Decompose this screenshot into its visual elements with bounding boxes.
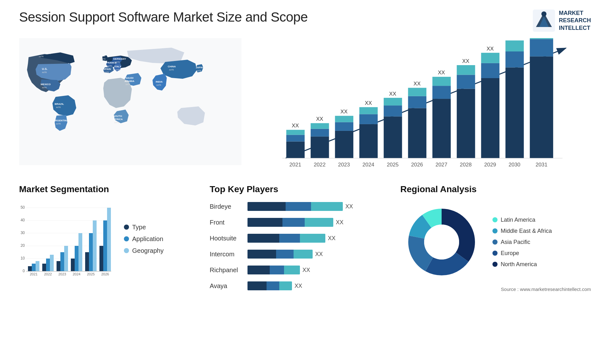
svg-text:XX: XX — [389, 91, 396, 97]
legend-type-label: Type — [132, 224, 146, 231]
dot-middle-east — [492, 228, 498, 233]
svg-text:2021: 2021 — [289, 162, 301, 168]
legend-type: Type — [124, 224, 164, 231]
svg-text:MEXICO: MEXICO — [41, 83, 51, 86]
svg-text:xx%: xx% — [196, 69, 201, 72]
svg-text:XX: XX — [365, 100, 372, 106]
svg-rect-54 — [359, 124, 378, 158]
svg-text:2021: 2021 — [30, 272, 37, 276]
svg-text:2030: 2030 — [509, 162, 520, 168]
svg-rect-81 — [481, 53, 499, 63]
svg-text:CANADA: CANADA — [38, 51, 51, 55]
svg-text:XX: XX — [414, 81, 421, 87]
svg-text:30: 30 — [21, 231, 25, 235]
top-section: CANADA xx% U.S. xx% MEXICO xx% BRAZIL xx… — [19, 38, 591, 172]
dot-north-america — [492, 262, 498, 267]
players-bars: XX XX — [247, 201, 388, 292]
svg-text:2025: 2025 — [87, 272, 95, 276]
player-hootsuite: Hootsuite — [210, 233, 238, 244]
segmentation-title: Market Segmentation — [19, 184, 197, 194]
players-names: Birdeye Front Hootsuite Intercom Richpan… — [210, 201, 238, 292]
segmentation-chart: 0 10 20 30 40 50 — [19, 201, 114, 277]
svg-text:2023: 2023 — [58, 272, 66, 276]
label-europe: Europe — [501, 250, 519, 257]
bar-avaya: XX — [247, 280, 388, 292]
label-middle-east: Middle East & Africa — [501, 228, 552, 234]
svg-rect-86 — [505, 41, 524, 52]
svg-text:50: 50 — [21, 205, 25, 210]
svg-rect-75 — [457, 75, 475, 89]
svg-text:2024: 2024 — [363, 162, 374, 168]
svg-text:XX: XX — [316, 116, 323, 122]
svg-rect-45 — [311, 129, 329, 137]
svg-text:2027: 2027 — [436, 162, 447, 168]
svg-rect-40 — [286, 135, 305, 142]
svg-rect-80 — [481, 63, 499, 78]
legend-application-dot — [124, 236, 129, 241]
svg-text:xx%: xx% — [114, 121, 119, 124]
page-title: Session Support Software Market Size and… — [19, 10, 308, 25]
bar-intercom: XX — [247, 248, 388, 260]
svg-rect-49 — [335, 131, 353, 158]
svg-text:U.K.: U.K. — [100, 54, 105, 57]
player-intercom: Intercom — [210, 248, 238, 260]
svg-rect-91 — [530, 38, 553, 39]
bar-birdeye: XX — [247, 201, 388, 212]
svg-rect-60 — [384, 105, 402, 117]
svg-text:CHINA: CHINA — [168, 65, 176, 68]
svg-text:xx%: xx% — [107, 64, 112, 67]
dot-europe — [492, 251, 498, 256]
svg-rect-90 — [530, 39, 553, 57]
svg-rect-46 — [311, 123, 329, 129]
svg-rect-89 — [530, 57, 553, 158]
donut-chart — [400, 201, 483, 283]
svg-text:40: 40 — [21, 218, 25, 222]
svg-rect-71 — [432, 77, 451, 86]
svg-text:0: 0 — [23, 269, 25, 273]
label-latin-america: Latin America — [501, 217, 535, 223]
legend-latin-america: Latin America — [492, 217, 552, 223]
bar-front: XX — [247, 217, 388, 228]
svg-text:xx%: xx% — [115, 68, 120, 71]
svg-text:2024: 2024 — [73, 272, 80, 276]
svg-rect-127 — [99, 246, 103, 271]
svg-rect-109 — [36, 261, 39, 271]
dot-asia-pacific — [492, 239, 498, 245]
svg-rect-61 — [384, 98, 402, 105]
svg-rect-59 — [384, 117, 402, 158]
svg-rect-41 — [286, 130, 305, 135]
regional-title: Regional Analysis — [400, 184, 591, 194]
svg-rect-39 — [286, 142, 305, 158]
regional-legend: Latin America Middle East & Africa Asia … — [492, 217, 552, 268]
svg-text:10: 10 — [21, 256, 25, 260]
player-front: Front — [210, 217, 238, 228]
svg-text:XX: XX — [438, 70, 445, 76]
dot-latin-america — [492, 217, 498, 222]
legend-middle-east: Middle East & Africa — [492, 228, 552, 234]
svg-text:INDIA: INDIA — [156, 80, 163, 83]
player-avaya: Avaya — [210, 280, 238, 292]
svg-rect-50 — [335, 122, 353, 131]
svg-text:XX: XX — [292, 123, 299, 129]
svg-rect-111 — [42, 264, 46, 271]
svg-text:SAUDI: SAUDI — [125, 77, 133, 79]
svg-text:xx%: xx% — [42, 71, 47, 74]
map-container: CANADA xx% U.S. xx% MEXICO xx% BRAZIL xx… — [19, 38, 241, 172]
svg-point-137 — [424, 225, 459, 260]
source-text: Source : www.marketresearchintellect.com — [400, 286, 591, 292]
svg-rect-120 — [75, 246, 78, 271]
svg-text:2029: 2029 — [484, 162, 496, 168]
svg-rect-113 — [50, 255, 54, 271]
svg-rect-107 — [28, 266, 32, 271]
regional-chart-wrapper: Latin America Middle East & Africa Asia … — [400, 201, 591, 283]
svg-point-3 — [541, 11, 546, 17]
svg-rect-129 — [107, 208, 111, 271]
svg-text:xx%: xx% — [115, 61, 120, 64]
world-map: CANADA xx% U.S. xx% MEXICO xx% BRAZIL xx… — [19, 38, 241, 165]
key-players-title: Top Key Players — [210, 184, 388, 194]
svg-rect-79 — [481, 78, 499, 158]
legend-application: Application — [124, 235, 164, 243]
svg-text:xx%: xx% — [125, 83, 130, 86]
legend-geography-dot — [124, 248, 129, 253]
bar-chart-container: XX 2021 XX 2022 XX 2023 XX 2024 — [254, 38, 591, 172]
